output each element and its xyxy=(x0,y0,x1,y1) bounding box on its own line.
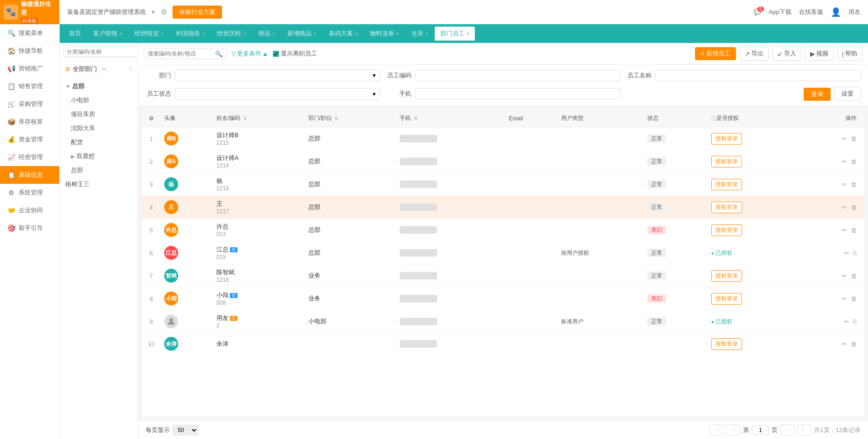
topbar-trial-button[interactable]: 体验行业方案 xyxy=(173,6,222,19)
tab-home[interactable]: 首页 xyxy=(63,27,87,41)
topbar-settings-icon[interactable]: ⚙ xyxy=(160,7,167,16)
delete-icon[interactable]: 🗑 xyxy=(851,135,857,142)
col-dept[interactable]: 部门/职位 ⇅ xyxy=(305,110,396,127)
edit-icon[interactable]: ✏ xyxy=(842,181,847,188)
tree-item-zongbu2[interactable]: 总部 xyxy=(65,163,138,177)
edit-icon[interactable]: ✏ xyxy=(842,295,847,302)
name-input[interactable] xyxy=(655,70,861,81)
edit-icon[interactable]: ✏ xyxy=(844,250,849,257)
view-button[interactable]: ▶ 视频 xyxy=(805,47,833,61)
auth-btn[interactable]: 授权登录 xyxy=(711,202,742,213)
sidebar-item-search[interactable]: 🔍 搜索菜单 xyxy=(0,24,59,42)
import-button[interactable]: ↙ 导入 xyxy=(772,47,801,61)
tree-item-shenyang[interactable]: 沈阳大库 xyxy=(65,121,138,135)
message-icon[interactable]: 💬 5 xyxy=(754,8,761,15)
show-resigned-input[interactable] xyxy=(273,51,279,57)
per-page-select[interactable]: 50 10 20 100 xyxy=(173,425,198,435)
sidebar-item-cooperation[interactable]: 🤝 企业协同 xyxy=(0,202,59,219)
sort-name-icon[interactable]: ⇅ xyxy=(243,116,247,121)
reset-button[interactable]: 设置 xyxy=(834,87,861,101)
online-service-link[interactable]: 在线客服 xyxy=(799,8,823,16)
search-icon[interactable]: 🔍 xyxy=(215,50,222,57)
tab-close-icon[interactable]: × xyxy=(243,31,246,36)
edit-icon[interactable]: ✏ xyxy=(842,135,847,142)
edit-icon[interactable]: ✏ xyxy=(842,158,847,165)
first-page-btn[interactable]: 《 xyxy=(709,425,723,435)
sort-dept-icon[interactable]: ⇅ xyxy=(334,116,338,121)
tree-item-zongbu[interactable]: ▼ 总部 xyxy=(60,79,138,93)
tab-staff[interactable]: 部门员工 × xyxy=(435,27,475,41)
tab-close-icon[interactable]: × xyxy=(466,31,469,36)
tab-business[interactable]: 经营情况 × xyxy=(129,27,169,41)
tab-close-icon[interactable]: × xyxy=(272,31,275,36)
add-staff-button[interactable]: + 新增员工 xyxy=(695,47,736,60)
prev-page-btn[interactable]: 〈 xyxy=(726,425,740,435)
help-button[interactable]: | 帮助 xyxy=(837,47,862,61)
delete-icon[interactable]: 🗑 xyxy=(851,181,857,188)
auth-btn[interactable]: 授权登录 xyxy=(711,156,742,167)
tree-item-wangsan[interactable]: 植树王三 xyxy=(60,177,138,191)
sidebar-item-guide[interactable]: 🎯 新手引导 xyxy=(0,219,59,237)
delete-icon[interactable]: 🗑 xyxy=(851,204,857,211)
tab-close-icon[interactable]: × xyxy=(396,31,399,36)
tree-item-peihuo[interactable]: 配货 xyxy=(65,135,138,149)
auth-btn[interactable]: 授权登录 xyxy=(711,133,742,145)
dept-select[interactable]: ▾ xyxy=(175,70,380,81)
auth-btn[interactable]: 授权登录 xyxy=(711,338,742,350)
sidebar-item-system[interactable]: ⚙ 系统管理 xyxy=(0,184,59,202)
copy-icon[interactable]: ⎘ xyxy=(853,318,857,325)
tab-close-icon[interactable]: × xyxy=(119,31,122,36)
edit-icon[interactable]: ✏ xyxy=(842,272,847,279)
tree-item-shuangmeng[interactable]: ▶ 双鹿想 xyxy=(65,149,138,163)
delete-icon[interactable]: 🗑 xyxy=(851,272,857,279)
more-conditions-btn[interactable]: ▽ 更多条件 ▲ xyxy=(231,49,268,58)
auth-btn[interactable]: 授权登录 xyxy=(711,293,742,305)
edit-icon[interactable]: ✏ xyxy=(842,227,847,234)
tree-item-xiangmu[interactable]: 项目库房 xyxy=(65,107,138,121)
last-page-btn[interactable]: 》 xyxy=(797,425,811,435)
delete-icon[interactable]: 🗑 xyxy=(851,158,857,165)
tab-material[interactable]: 物料清单 × xyxy=(364,27,404,41)
auth-btn[interactable]: 授权登录 xyxy=(711,224,742,236)
next-page-btn[interactable]: 〉 xyxy=(780,425,794,435)
delete-icon[interactable]: 🗑 xyxy=(851,295,857,302)
col-name[interactable]: 姓名/编码 ⇅ xyxy=(213,110,305,127)
auth-btn[interactable]: 授权登录 xyxy=(711,270,742,282)
sidebar-item-marketing[interactable]: 📢 营销推广 xyxy=(0,60,59,77)
tab-barcode[interactable]: 条码方案 × xyxy=(323,27,363,41)
tab-process[interactable]: 经营历程 × xyxy=(211,27,251,41)
tab-close-icon[interactable]: × xyxy=(355,31,358,36)
tab-close-icon[interactable]: × xyxy=(425,31,428,36)
dept-search-input[interactable] xyxy=(63,47,138,57)
page-input[interactable] xyxy=(752,425,769,435)
sidebar-item-purchase[interactable]: 🛒 采购管理 xyxy=(0,95,59,113)
tab-new-goods[interactable]: 新增商品 × xyxy=(282,27,322,41)
tab-goods[interactable]: 商品 × xyxy=(253,27,281,41)
show-resigned-checkbox[interactable]: 显示离职员工 xyxy=(273,49,317,58)
tab-profit[interactable]: 利润报告 × xyxy=(170,27,210,41)
status-select[interactable]: ▾ xyxy=(175,88,380,100)
tree-item-xiaodianbu[interactable]: 小电部 xyxy=(65,93,138,107)
app-download-link[interactable]: App下载 xyxy=(769,8,792,16)
phone-input[interactable] xyxy=(415,88,620,99)
delete-icon[interactable]: 🗑 xyxy=(851,227,857,234)
sidebar-item-sales[interactable]: 📋 销售管理 xyxy=(0,77,59,95)
sidebar-item-operations[interactable]: 📈 经营管理 xyxy=(0,148,59,166)
tab-customer[interactable]: 客户联络 × xyxy=(88,27,128,41)
tab-close-icon[interactable]: × xyxy=(160,31,163,36)
edit-icon[interactable]: ✏ xyxy=(842,341,847,348)
tab-warehouse[interactable]: 仓库 × xyxy=(406,27,434,41)
sidebar-item-finance[interactable]: 💰 资金管理 xyxy=(0,131,59,148)
sidebar-item-basic[interactable]: 📋 基础信息 xyxy=(0,166,59,184)
search-input[interactable] xyxy=(148,50,213,57)
tab-close-icon[interactable]: × xyxy=(313,31,316,36)
delete-icon[interactable]: 🗑 xyxy=(851,341,857,348)
sort-phone-icon[interactable]: ⇅ xyxy=(414,116,417,121)
user-name[interactable]: 用友 xyxy=(848,8,861,16)
sidebar-item-inventory[interactable]: 📦 库存核算 xyxy=(0,113,59,131)
edit-icon[interactable]: ✏ xyxy=(844,318,849,325)
copy-icon[interactable]: ⎘ xyxy=(853,250,857,257)
edit-icon[interactable]: ✏ xyxy=(842,204,847,211)
code-input[interactable] xyxy=(415,70,620,81)
dept-edit-icon[interactable]: ✏ xyxy=(102,66,106,72)
